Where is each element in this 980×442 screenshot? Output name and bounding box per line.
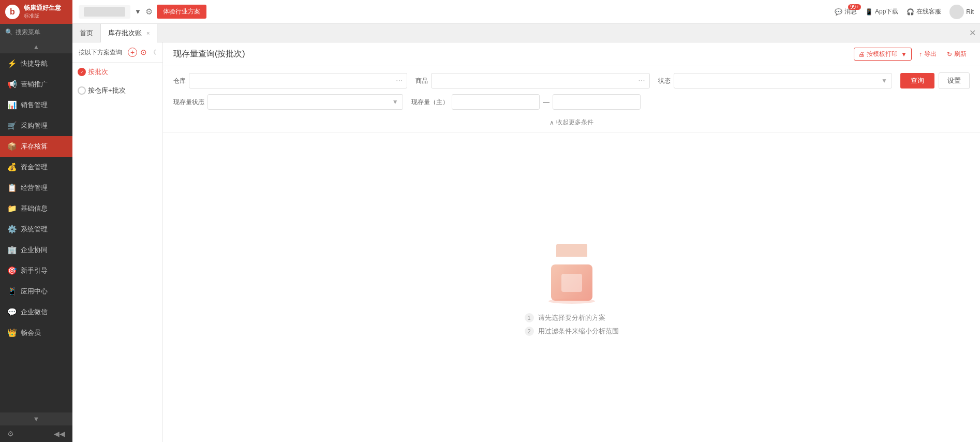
stock-status-filter: 现存量状态 ▼ [173, 94, 403, 110]
empty-illustration [541, 239, 603, 301]
app-download-button[interactable]: 📱 App下载 [865, 7, 898, 16]
main-content: ▼ ⚙ 体验行业方案 💬 消息 99+ 📱 App下载 🎧 在线客服 Rit [72, 0, 980, 442]
collapse-label: 收起更多条件 [556, 118, 593, 127]
sidebar-item-system[interactable]: ⚙️ 系统管理 [0, 219, 72, 240]
member-icon: 👑 [7, 328, 17, 337]
sidebar-scroll-down[interactable]: ▼ [0, 412, 72, 425]
scheme-warehouse-batch-label: 按仓库+批次 [88, 86, 126, 95]
sidebar-item-label: 采购管理 [21, 121, 48, 130]
print-button[interactable]: 🖨 按模板打印 ▼ [854, 48, 912, 61]
sidebar-item-member[interactable]: 👑 畅会员 [0, 322, 72, 343]
stock-qty-label: 现存量（主） [411, 98, 449, 107]
sidebar-item-label: 库存核算 [21, 142, 48, 151]
add-scheme-icon[interactable]: + [128, 48, 137, 57]
tip-2-num: 2 [525, 327, 534, 336]
tab-inventory-batch[interactable]: 库存批次账 × [101, 24, 157, 42]
print-dropdown-arrow[interactable]: ▼ [901, 51, 907, 58]
user-profile[interactable]: Rit [949, 5, 974, 19]
sidebar-item-label: 快捷导航 [21, 59, 48, 68]
scheme-item-batch[interactable]: ✓ 按批次 [72, 63, 162, 81]
sidebar-item-label: 资金管理 [21, 163, 48, 172]
sidebar-scroll-up[interactable]: ▲ [0, 41, 72, 53]
filter-row-1: 仓库 ··· 商品 ··· 状态 [173, 72, 970, 89]
refresh-button[interactable]: ↻ 刷新 [944, 48, 970, 60]
sidebar-item-operation[interactable]: 📋 经营管理 [0, 178, 72, 198]
sidebar-company-info: 畅康通好生意 标准版 [24, 4, 61, 20]
settings-button[interactable]: 设置 [939, 72, 970, 89]
sidebar-item-label: 应用中心 [21, 287, 48, 296]
tab-close-icon[interactable]: × [146, 30, 150, 36]
service-icon: 🎧 [907, 8, 914, 16]
sidebar-item-label: 基础信息 [21, 204, 48, 213]
page-content: 按以下方案查询 + ⊙ 《 ✓ 按批次 按仓库+批次 现存量查询(按批次) [72, 42, 980, 442]
experience-button[interactable]: 体验行业方案 [157, 5, 206, 19]
purchase-icon: 🛒 [7, 121, 17, 130]
sidebar-item-sales[interactable]: 📊 销售管理 [0, 95, 72, 115]
app-icon: 📱 [865, 8, 873, 16]
sidebar-header: b 畅康通好生意 标准版 [0, 0, 72, 24]
page-header-actions: 🖨 按模板打印 ▼ ↑ 导出 ↻ 刷新 [854, 48, 970, 61]
settings-icon[interactable]: ⚙ [7, 430, 14, 438]
warehouse-input[interactable]: ··· [189, 73, 407, 89]
sidebar-item-label: 企业协同 [21, 245, 48, 255]
empty-box-body [551, 264, 592, 301]
query-button[interactable]: 查询 [900, 73, 934, 89]
username-label: Rit [966, 8, 974, 16]
sidebar-item-apps[interactable]: 📱 应用中心 [0, 281, 72, 302]
panel-collapse-icon[interactable]: 《 [150, 48, 156, 57]
tabs-close-all-icon[interactable]: ✕ [969, 28, 976, 38]
sidebar-item-finance[interactable]: 💰 资金管理 [0, 157, 72, 178]
sidebar-item-purchase[interactable]: 🛒 采购管理 [0, 115, 72, 136]
filter-row-2: 现存量状态 ▼ 现存量（主） — [173, 94, 970, 110]
goods-dots[interactable]: ··· [638, 76, 645, 85]
scheme-item-warehouse-batch[interactable]: 按仓库+批次 [72, 81, 162, 100]
scheme-settings-icon[interactable]: ⊙ [140, 48, 147, 57]
sidebar-edition: 标准版 [24, 12, 61, 20]
stock-qty-dash: — [543, 98, 550, 106]
page-title: 现存量查询(按批次) [173, 49, 245, 60]
operation-icon: 📋 [7, 183, 17, 193]
sidebar-item-basic[interactable]: 📁 基础信息 [0, 198, 72, 219]
message-button[interactable]: 💬 消息 99+ [835, 7, 857, 16]
topbar-dropdown[interactable]: ▼ [135, 8, 141, 16]
sidebar-search[interactable]: 🔍 搜索菜单 [0, 24, 72, 41]
filter-area: 仓库 ··· 商品 ··· 状态 [163, 66, 980, 132]
service-button[interactable]: 🎧 在线客服 [907, 7, 941, 16]
page-header: 现存量查询(按批次) 🖨 按模板打印 ▼ ↑ 导出 ↻ 刷新 [163, 42, 980, 66]
topbar-settings-icon[interactable]: ⚙ [145, 7, 153, 17]
empty-tip-1: 1 请先选择要分析的方案 [525, 313, 619, 322]
sidebar-item-guide[interactable]: 🎯 新手引导 [0, 260, 72, 281]
sidebar-item-marketing[interactable]: 📢 营销推广 [0, 74, 72, 95]
collapse-more-button[interactable]: ∧ 收起更多条件 [173, 115, 970, 129]
sidebar-item-label: 新手引导 [21, 266, 48, 275]
sidebar-footer: ⚙ ◀◀ [0, 425, 72, 442]
warehouse-filter: 仓库 ··· [173, 73, 407, 89]
sidebar-item-quick[interactable]: ⚡ 快捷导航 [0, 53, 72, 74]
status-select[interactable]: ▼ [674, 73, 892, 89]
basic-icon: 📁 [7, 204, 17, 213]
goods-input[interactable]: ··· [431, 73, 649, 89]
stock-status-label: 现存量状态 [173, 98, 204, 107]
warehouse-dots[interactable]: ··· [396, 76, 403, 85]
stock-status-arrow-icon: ▼ [392, 98, 398, 106]
stock-status-select[interactable]: ▼ [207, 94, 403, 110]
message-badge: 99+ [848, 4, 861, 10]
topbar-right: 💬 消息 99+ 📱 App下载 🎧 在线客服 Rit [835, 5, 974, 19]
sidebar-item-wechat[interactable]: 💬 企业微信 [0, 302, 72, 322]
search-icon: 🔍 [5, 28, 13, 36]
export-button[interactable]: ↑ 导出 [916, 48, 940, 60]
enterprise-icon: 🏢 [7, 245, 17, 255]
stock-qty-max-input[interactable] [553, 94, 641, 110]
collapse-sidebar-icon[interactable]: ◀◀ [54, 430, 65, 438]
goods-filter: 商品 ··· [415, 73, 649, 89]
marketing-icon: 📢 [7, 80, 17, 89]
tip-2-text: 用过滤条件来缩小分析范围 [538, 327, 619, 336]
tab-home-label: 首页 [80, 28, 93, 38]
tab-home[interactable]: 首页 [72, 24, 101, 42]
sidebar-item-label: 企业微信 [21, 307, 48, 317]
stock-qty-min-input[interactable] [452, 94, 540, 110]
sidebar-item-inventory[interactable]: 📦 库存核算 [0, 136, 72, 157]
sidebar-item-enterprise[interactable]: 🏢 企业协同 [0, 240, 72, 260]
empty-box-face [561, 274, 582, 292]
empty-state: 1 请先选择要分析的方案 2 用过滤条件来缩小分析范围 [163, 132, 980, 442]
